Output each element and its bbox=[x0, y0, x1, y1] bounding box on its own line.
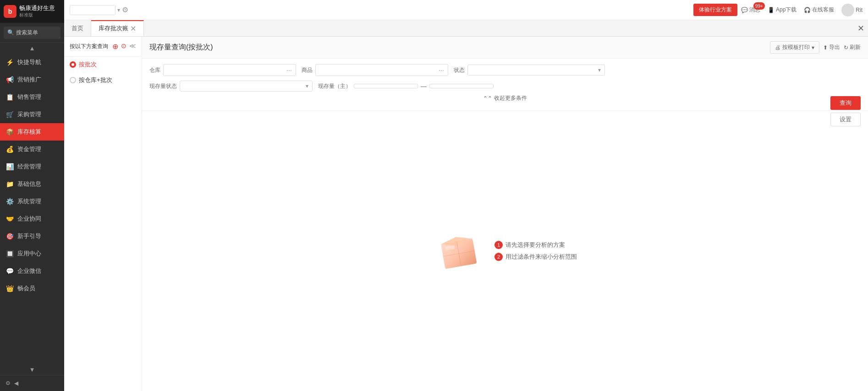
warehouse-label: 仓库 bbox=[149, 66, 160, 74]
user-avatar-button[interactable]: Rit bbox=[841, 4, 863, 16]
status-dropdown-icon: ▾ bbox=[598, 67, 601, 73]
sidebar-item-inventory[interactable]: 📦 库存核算 bbox=[0, 123, 64, 141]
product-dots[interactable]: ··· bbox=[439, 66, 444, 74]
sidebar-item-wechat[interactable]: 💬 企业微信 bbox=[0, 262, 64, 280]
purchase-icon: 🛒 bbox=[5, 110, 14, 119]
sidebar-item-label: 畅会员 bbox=[17, 284, 35, 293]
stock-status-select[interactable]: ▾ bbox=[180, 81, 313, 92]
online-service-label: 在线客服 bbox=[812, 6, 834, 14]
tab-inventory-batch[interactable]: 库存批次账 ✕ bbox=[91, 20, 144, 36]
app-name: 畅康通好生意 bbox=[19, 5, 55, 12]
scroll-up-button[interactable]: ▲ bbox=[0, 43, 64, 54]
product-label: 商品 bbox=[302, 66, 313, 74]
settings-footer-icon[interactable]: ⚙ bbox=[5, 380, 11, 386]
tab-home[interactable]: 首页 bbox=[64, 20, 91, 36]
sidebar-item-base[interactable]: 📁 基础信息 bbox=[0, 175, 64, 193]
topbar-settings-icon[interactable]: ⚙ bbox=[122, 5, 128, 14]
print-dropdown-icon: ▾ bbox=[812, 44, 814, 51]
scheme-settings-icon[interactable]: ⊙ bbox=[121, 42, 126, 51]
sidebar-item-label: 库存核算 bbox=[17, 128, 41, 136]
sidebar-item-purchase[interactable]: 🛒 采购管理 bbox=[0, 106, 64, 123]
phone-icon: 📱 bbox=[768, 7, 775, 13]
left-panel-title: 按以下方案查询 bbox=[70, 43, 108, 50]
newbie-icon: 🎯 bbox=[5, 232, 14, 240]
stock-quantity-to[interactable] bbox=[429, 84, 494, 88]
radio-by-batch bbox=[70, 61, 76, 68]
page-close-area: ✕ bbox=[856, 23, 868, 33]
status-input[interactable]: ▾ bbox=[467, 65, 605, 76]
left-panel-header: 按以下方案查询 ⊕ ⊙ ≪ bbox=[64, 37, 142, 57]
search-icon: 🔍 bbox=[7, 29, 14, 36]
trial-button[interactable]: 体验行业方案 bbox=[693, 4, 737, 16]
page-close-button[interactable]: ✕ bbox=[857, 23, 864, 33]
refresh-button[interactable]: ↻ 刷新 bbox=[844, 43, 861, 51]
refresh-label: 刷新 bbox=[850, 43, 861, 51]
stock-quantity-dash: — bbox=[421, 83, 427, 90]
enterprise-icon: 🤝 bbox=[5, 215, 14, 223]
quick-nav-icon: ⚡ bbox=[5, 58, 14, 66]
sidebar-item-apps[interactable]: 🔲 应用中心 bbox=[0, 245, 64, 262]
scheme-by-batch[interactable]: 按批次 bbox=[64, 57, 142, 72]
online-service-button[interactable]: 🎧 在线客服 bbox=[804, 6, 834, 14]
collapse-left-button[interactable]: ≪ bbox=[129, 42, 136, 51]
export-button[interactable]: ⬆ 导出 bbox=[823, 43, 840, 51]
messages-badge: 99+ bbox=[753, 2, 765, 10]
scroll-down-button[interactable]: ▼ bbox=[0, 364, 64, 375]
empty-state: 1 请先选择要分析的方案 2 用过滤条件来缩小分析范围 bbox=[142, 111, 868, 391]
sidebar-item-label: 基础信息 bbox=[17, 180, 41, 188]
sidebar-item-system[interactable]: ⚙️ 系统管理 bbox=[0, 193, 64, 210]
sidebar-item-finance[interactable]: 💰 资金管理 bbox=[0, 141, 64, 158]
sidebar-item-operations[interactable]: 📊 经营管理 bbox=[0, 158, 64, 175]
warehouse-input[interactable]: ··· bbox=[163, 64, 296, 76]
operations-icon: 📊 bbox=[5, 163, 14, 171]
filter-area: 仓库 ··· 商品 ··· 状态 bbox=[142, 59, 868, 111]
query-button[interactable]: 查询 bbox=[830, 96, 861, 110]
dropdown-icon[interactable]: ▾ bbox=[117, 7, 120, 13]
main-area: ▾ ⚙ 体验行业方案 💬 消息 99+ 📱 App下载 🎧 在线客服 Rit bbox=[64, 0, 868, 391]
sidebar-item-label: 企业微信 bbox=[17, 267, 41, 275]
stock-status-label: 现存量状态 bbox=[149, 82, 177, 90]
sidebar-item-label: 快捷导航 bbox=[17, 58, 41, 66]
tab-close-button[interactable]: ✕ bbox=[130, 24, 136, 33]
scheme-by-warehouse-batch[interactable]: 按仓库+批次 bbox=[64, 72, 142, 88]
collapse-sidebar-button[interactable]: ◀ bbox=[14, 380, 18, 386]
marketing-icon: 📢 bbox=[5, 76, 14, 84]
sidebar-header: b 畅康通好生意 标准版 bbox=[0, 0, 64, 23]
print-button[interactable]: 🖨 按模板打印 ▾ bbox=[770, 41, 819, 54]
sidebar-item-label: 应用中心 bbox=[17, 250, 41, 258]
stock-quantity-label: 现存量（主） bbox=[318, 82, 351, 90]
tip-num-1: 1 bbox=[494, 241, 503, 249]
sidebar-item-enterprise[interactable]: 🤝 企业协同 bbox=[0, 210, 64, 228]
settings-button[interactable]: 设置 bbox=[830, 113, 861, 126]
search-menu-button[interactable]: 🔍 搜索菜单 bbox=[4, 27, 60, 39]
sidebar-item-sales[interactable]: 📋 销售管理 bbox=[0, 88, 64, 106]
add-scheme-button[interactable]: ⊕ bbox=[112, 42, 118, 51]
sidebar-item-quick-nav[interactable]: ⚡ 快捷导航 bbox=[0, 54, 64, 71]
sidebar-item-label: 采购管理 bbox=[17, 110, 41, 119]
app-version: 标准版 bbox=[19, 12, 55, 18]
sidebar-item-member[interactable]: 👑 畅会员 bbox=[0, 280, 64, 297]
sidebar-item-marketing[interactable]: 📢 营销推广 bbox=[0, 71, 64, 88]
sidebar-item-label: 经营管理 bbox=[17, 163, 41, 171]
sidebar-nav: ⚡ 快捷导航 📢 营销推广 📋 销售管理 🛒 采购管理 📦 库存核算 💰 资金管… bbox=[0, 54, 64, 364]
wechat-icon: 💬 bbox=[5, 267, 14, 275]
system-icon: ⚙️ bbox=[5, 197, 14, 206]
app-download-label: App下载 bbox=[776, 6, 797, 14]
sidebar-item-newbie[interactable]: 🎯 新手引导 bbox=[0, 228, 64, 245]
page-titlebar: 现存量查询(按批次) 🖨 按模板打印 ▾ ⬆ 导出 ↻ 刷新 bbox=[142, 37, 868, 59]
tab-inventory-batch-label: 库存批次账 bbox=[99, 24, 128, 33]
warehouse-dots[interactable]: ··· bbox=[286, 66, 292, 74]
sidebar-item-label: 新手引导 bbox=[17, 232, 41, 240]
messages-button[interactable]: 💬 消息 99+ bbox=[741, 6, 760, 14]
topbar-search-input[interactable] bbox=[70, 5, 115, 15]
product-input[interactable]: ··· bbox=[315, 64, 448, 76]
export-label: 导出 bbox=[829, 43, 840, 51]
stock-quantity-from[interactable] bbox=[354, 84, 418, 88]
app-download-button[interactable]: 📱 App下载 bbox=[768, 6, 797, 14]
radio-inner bbox=[71, 63, 74, 66]
empty-tip-1: 1 请先选择要分析的方案 bbox=[494, 241, 577, 249]
tab-home-label: 首页 bbox=[71, 24, 83, 33]
collapse-filter-button[interactable]: ⌃⌃ 收起更多条件 bbox=[149, 92, 861, 105]
topbar-breadcrumb: ▾ ⚙ bbox=[70, 5, 690, 15]
inventory-icon: 📦 bbox=[5, 128, 14, 136]
